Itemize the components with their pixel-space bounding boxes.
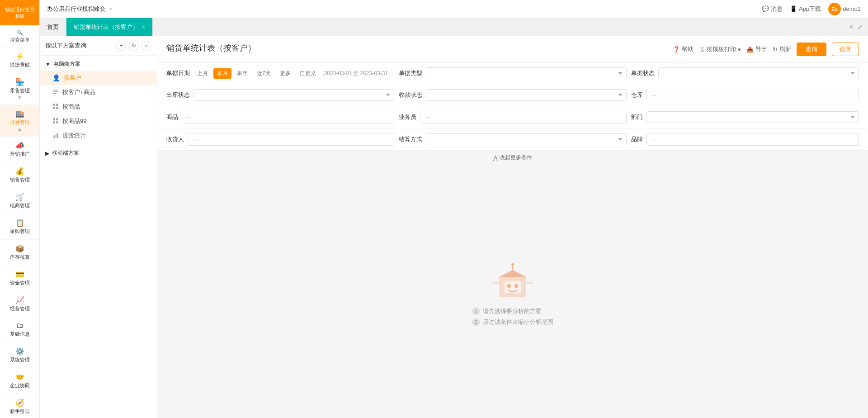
- settlement-label: 结算方式: [399, 135, 422, 143]
- avatar: Ea: [828, 3, 841, 15]
- out-status-cell: 出库状态: [166, 89, 394, 101]
- tab-home[interactable]: 首页: [40, 18, 66, 36]
- warehouse-dots: ···: [651, 91, 657, 99]
- tab-active[interactable]: 销货单统计表（按客户） ×: [66, 18, 153, 36]
- filter-row-4: 收货人 ··· 结算方式: [166, 133, 859, 146]
- print-label: 按模板打印: [707, 45, 736, 53]
- export-btn[interactable]: 📤 导出: [746, 45, 767, 53]
- refresh-btn[interactable]: ↻ 刷新: [773, 45, 791, 53]
- scheme-refresh-btn[interactable]: ↻: [129, 41, 139, 51]
- svg-rect-0: [53, 90, 58, 90]
- date-tab-more[interactable]: 更多: [276, 68, 294, 79]
- order-status-select[interactable]: [658, 67, 859, 79]
- goods-control: ···: [182, 111, 394, 124]
- hint-text-1: 请先选择要分析的方案: [483, 307, 542, 315]
- sidebar-item-enterprise[interactable]: 🤝 企业协同: [0, 368, 39, 394]
- sidebar-item-marketing[interactable]: 📣 营销推广: [0, 137, 39, 162]
- scheme-return-stats[interactable]: 退货统计: [40, 128, 157, 143]
- goods-box[interactable]: ···: [182, 111, 394, 124]
- filter-date-section: 单据日期 上月 本月 本年 近7天 更多 自定义 2023-03-01 至 20…: [157, 63, 868, 84]
- print-arrow: ▾: [738, 46, 741, 53]
- tab-bar: 首页 销货单统计表（按客户） × × ⤢: [40, 18, 868, 36]
- sidebar-item-wholesale[interactable]: 🏬 批发管理 ▲: [0, 105, 39, 137]
- app-logo: 畅捷通好生意标版: [0, 0, 40, 25]
- goods-cell: 商品 ···: [166, 111, 394, 124]
- filter-row-3: 商品 ··· 业务员 ···: [166, 111, 859, 124]
- salesperson-label: 业务员: [399, 113, 416, 121]
- desktop-group-header[interactable]: ▼ 电脑端方案: [40, 57, 157, 71]
- wholesale-label: 批发管理: [10, 119, 30, 126]
- window-maximize-icon[interactable]: ⤢: [857, 24, 863, 31]
- order-type-label: 单据类型: [399, 69, 422, 77]
- brand-label: 品牌: [631, 135, 643, 143]
- scheme-by-goods99[interactable]: 按商品99: [40, 114, 157, 128]
- query-button[interactable]: 查询: [797, 43, 826, 56]
- date-tab-7days[interactable]: 近7天: [253, 68, 274, 79]
- app-download-btn[interactable]: 📱 App下载: [790, 5, 821, 13]
- sidebar-item-inventory[interactable]: 📦 库存核算: [0, 240, 39, 266]
- payment-status-select[interactable]: [426, 89, 627, 101]
- date-tab-this-year[interactable]: 本年: [233, 68, 251, 79]
- settings-button[interactable]: 设置: [832, 43, 859, 56]
- home-tab-label: 首页: [47, 23, 59, 31]
- window-close-icon[interactable]: ×: [849, 23, 854, 31]
- add-icon: +: [119, 43, 123, 49]
- sidebar-shortcut[interactable]: ⚡ 快捷导航: [0, 48, 39, 73]
- sidebar-item-ecommerce[interactable]: 🛒 电商管理: [0, 188, 39, 214]
- scheme-by-customer[interactable]: 👤 按客户: [40, 71, 157, 85]
- sidebar-search[interactable]: 🔍 搜索菜单: [0, 25, 39, 48]
- scheme-by-customer-goods[interactable]: 按客户+商品: [40, 85, 157, 100]
- settlement-select[interactable]: [426, 133, 627, 145]
- salesperson-control: ···: [420, 111, 627, 124]
- sidebar-item-guide[interactable]: 🧭 新手引导: [0, 394, 39, 418]
- brand-control: ···: [646, 133, 859, 146]
- scheme-return-label: 退货统计: [62, 132, 86, 140]
- print-btn[interactable]: 🖨 按模板打印 ▾: [699, 45, 741, 53]
- message-icon: 💬: [762, 5, 769, 12]
- sidebar-item-basics[interactable]: 🗂 基础信息: [0, 317, 39, 342]
- main-content: 办公用品行业模拟账套 ▾ 💬 消息 📱 App下载 Ea demo2 首页 销货…: [40, 0, 868, 418]
- date-tab-custom[interactable]: 自定义: [296, 68, 320, 79]
- collapse-bar[interactable]: ⋀ 收起更多条件: [157, 151, 868, 164]
- help-btn[interactable]: ❓ 帮助: [673, 45, 693, 53]
- department-control: [646, 111, 859, 123]
- order-status-label: 单据状态: [631, 69, 655, 77]
- date-filter-cell: 单据日期 上月 本月 本年 近7天 更多 自定义 2023-03-01 至 20…: [166, 68, 394, 79]
- sidebar-item-system[interactable]: ⚙️ 系统管理: [0, 342, 39, 368]
- page-title: 销货单统计表（按客户）: [166, 43, 256, 60]
- scheme-by-goods[interactable]: 按商品: [40, 100, 157, 114]
- department-select[interactable]: [646, 111, 859, 123]
- guide-icon: 🧭: [15, 399, 24, 407]
- svg-rect-12: [54, 135, 55, 138]
- desktop-group-label: 电脑端方案: [53, 60, 80, 68]
- recipient-box[interactable]: ···: [188, 133, 394, 146]
- scheme-collapse-btn[interactable]: «: [142, 41, 151, 51]
- scheme-goods99-icon: [52, 118, 59, 125]
- user-menu[interactable]: Ea demo2: [828, 3, 861, 15]
- desktop-scheme-group: ▼ 电脑端方案 👤 按客户 按客户+商品 按: [40, 56, 157, 145]
- salesperson-box[interactable]: ···: [420, 111, 627, 124]
- sidebar-item-finance[interactable]: 💳 资金管理: [0, 266, 39, 291]
- order-status-cell: 单据状态: [631, 67, 859, 79]
- brand-box[interactable]: ···: [646, 133, 859, 146]
- warehouse-box[interactable]: ···: [646, 89, 859, 101]
- sidebar-item-purchase[interactable]: 📋 采购管理: [0, 214, 39, 240]
- header-right: 💬 消息 📱 App下载 Ea demo2: [762, 3, 861, 15]
- order-type-select[interactable]: [426, 67, 627, 79]
- filter-row-1: 单据日期 上月 本月 本年 近7天 更多 自定义 2023-03-01 至 20…: [166, 67, 859, 79]
- scheme-customer-goods-label: 按客户+商品: [62, 88, 95, 96]
- tab-close-btn[interactable]: ×: [142, 24, 145, 30]
- filter-section-4: 收货人 ··· 结算方式: [157, 128, 868, 151]
- out-status-select[interactable]: [193, 89, 394, 101]
- mobile-group-header[interactable]: ▶ 移动端方案: [40, 147, 157, 160]
- hint-item-2: 2 用过滤条件来缩小分析范围: [472, 318, 553, 326]
- date-tab-this-month[interactable]: 本月: [213, 68, 231, 79]
- empty-state: 1 请先选择要分析的方案 2 用过滤条件来缩小分析范围: [157, 164, 868, 418]
- date-tab-last-month[interactable]: 上月: [193, 68, 212, 79]
- sidebar-item-retail[interactable]: 🏪 零售管理 ▼: [0, 73, 39, 105]
- scheme-add-btn[interactable]: +: [116, 41, 126, 51]
- svg-rect-14: [57, 133, 58, 138]
- messages-btn[interactable]: 💬 消息: [762, 5, 783, 13]
- sidebar-item-operations[interactable]: 📈 经营管理: [0, 291, 39, 317]
- sidebar-item-sales[interactable]: 💰 销售管理: [0, 162, 39, 188]
